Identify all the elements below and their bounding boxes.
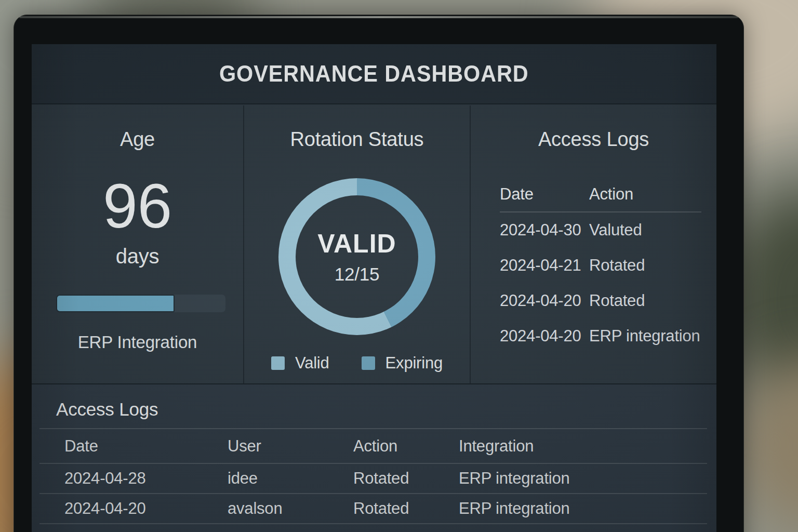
age-panel-title: Age [32,128,243,151]
age-progress-fill [56,295,175,312]
table-cell: Rotated [589,256,701,275]
table-row: 2024-04-30Valuted [500,212,701,248]
page-title: GOVERNANCE DASHBOARD [219,60,529,87]
table-cell: ERP integration [459,499,707,518]
table-header-row: DateUserActionIntegration [39,429,707,464]
table-header-cell: Date [500,183,589,205]
legend-item-expiring: Expiring [362,354,443,373]
bokeh-blob [738,358,798,530]
age-progress-track [56,295,225,312]
age-integration-label: ERP Integration [32,332,243,352]
age-panel: Age 96 days ERP Integration [32,105,243,384]
legend-valid-label: Valid [295,354,329,373]
table-row: 2024-04-20Rotated [500,283,701,318]
rotation-ratio-value: 12/15 [335,264,380,285]
table-cell: Valuted [589,221,701,240]
table-header-cell: Action [353,437,459,456]
rotation-status-value: VALID [317,229,396,259]
rotation-legend: Valid Expiring [244,354,470,373]
table-cell: 2024-04-30 [500,221,589,240]
table-cell: Rotated [353,469,459,488]
dashboard-header: GOVERNANCE DASHBOARD [32,44,716,104]
table-cell: idee [228,469,353,488]
table-cell: Rotated [589,291,701,310]
expiring-color-swatch [362,356,375,370]
table-header-cell: User [228,437,353,456]
table-cell: ERP integration [589,327,701,345]
table-cell: 2024-04-20 [39,499,228,518]
rotation-donut-center: VALID 12/15 [296,195,418,318]
age-value: 96 [32,173,243,238]
table-header-cell: Integration [459,437,707,456]
table-row: 2024-04-20ERP integration [500,318,701,354]
laptop-bezel: GOVERNANCE DASHBOARD Age 96 days ERP Int… [14,15,744,532]
table-header-cell: Action [589,183,701,205]
table-cell: avalson [228,499,353,518]
table-header-cell: Date [39,437,228,456]
access-logs-panel: Access Logs DateAction2024-04-30Valuted2… [471,105,716,384]
table-cell: 2024-04-20 [500,327,589,345]
access-panel-title: Access Logs [471,128,716,151]
access-logs-section-title: Access Logs [56,399,158,420]
legend-expiring-label: Expiring [385,354,443,373]
access-logs-summary-table: DateAction2024-04-30Valuted2024-04-21Rot… [500,183,701,354]
table-cell: 2024-04-20 [500,291,589,310]
rotation-status-panel: Rotation Status VALID 12/15 Valid [243,105,471,384]
table-cell: 2024-04-21 [500,256,589,275]
age-unit: days [32,245,243,268]
dashboard-screen: GOVERNANCE DASHBOARD Age 96 days ERP Int… [32,44,716,532]
table-cell: Rotated [353,499,459,518]
access-logs-section: Access Logs DateUserActionIntegration202… [32,383,716,532]
access-logs-table: DateUserActionIntegration2024-04-28ideeR… [39,428,707,524]
table-row: 2024-04-21Rotated [500,248,701,283]
rotation-panel-title: Rotation Status [244,128,470,151]
table-row: 2024-04-28ideeRotatedERP integration [39,464,707,494]
table-cell: 2024-04-28 [39,469,228,488]
table-row: 2024-04-20avalsonRotatedERP integration [39,494,707,524]
legend-item-valid: Valid [271,354,329,373]
valid-color-swatch [271,356,285,370]
blurred-photo-background: GOVERNANCE DASHBOARD Age 96 days ERP Int… [0,0,798,532]
rotation-donut-ring: VALID 12/15 [278,178,435,335]
panels-row: Age 96 days ERP Integration Rotation Sta… [32,105,716,384]
table-header-row: DateAction [500,183,701,212]
table-cell: ERP integration [459,469,707,488]
